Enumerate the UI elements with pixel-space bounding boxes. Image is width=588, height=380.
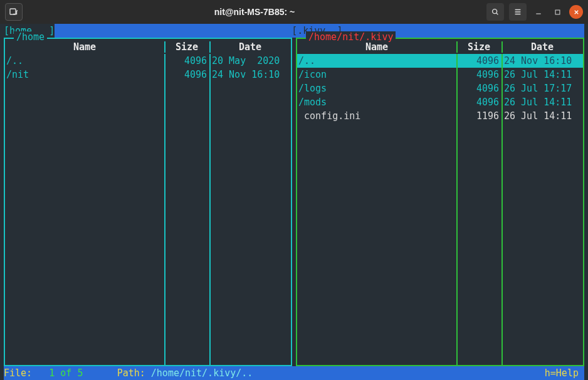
row-date: 26 Jul 14:11 (501, 97, 583, 108)
tab-left-bracket: [ (4, 24, 9, 38)
left-panel-rows: /..409620 May 2020/nit409624 Nov 16:10 (5, 54, 291, 365)
right-header-date: Date (501, 41, 583, 53)
terminal-area: [ home ] [ .kivy ] /home Name Size Date … (0, 24, 588, 380)
row-name: /.. (297, 55, 456, 66)
row-name: /nit (5, 69, 164, 80)
row-name: /.. (5, 55, 164, 66)
row-size: 1196 (456, 110, 501, 122)
status-file-label: File: (4, 366, 32, 380)
left-header-date: Date (209, 41, 291, 53)
file-row[interactable]: /mods409626 Jul 14:11 (297, 95, 583, 109)
row-size: 4096 (456, 55, 501, 66)
row-date: 26 Jul 17:17 (501, 83, 583, 94)
row-size: 4096 (164, 55, 209, 66)
left-header-name: Name (5, 41, 164, 53)
status-path-label: Path: (117, 366, 145, 380)
left-panel-header: Name Size Date (5, 40, 291, 54)
row-size: 4096 (456, 69, 501, 80)
row-date: 24 Nov 16:10 (209, 69, 291, 80)
file-row[interactable]: /..409624 Nov 16:10 (297, 54, 583, 68)
svg-rect-2 (555, 10, 560, 14)
minimize-button[interactable] (532, 5, 545, 19)
window-title: nit@nit-MS-7B85: ~ (28, 7, 481, 17)
row-size: 4096 (456, 83, 501, 94)
file-row[interactable]: /nit409624 Nov 16:10 (5, 68, 291, 82)
file-row[interactable]: /..409620 May 2020 (5, 54, 291, 68)
file-row[interactable]: /icon409626 Jul 14:11 (297, 68, 583, 82)
file-row[interactable]: /logs409626 Jul 17:17 (297, 82, 583, 95)
right-header-name: Name (297, 41, 456, 53)
maximize-button[interactable] (550, 5, 564, 19)
row-name: /icon (297, 69, 456, 80)
left-header-size: Size (164, 41, 209, 53)
hamburger-menu-button[interactable] (509, 3, 527, 21)
left-panel[interactable]: /home Name Size Date /..409620 May 2020/… (4, 38, 292, 366)
svg-point-1 (493, 9, 497, 14)
status-help[interactable]: h=Help (545, 366, 579, 380)
right-header-size: Size (456, 41, 501, 53)
tab-right-bracket: [ (291, 24, 297, 38)
row-name: /mods (297, 97, 456, 108)
new-tab-button[interactable] (5, 3, 23, 21)
right-panel-rows: /..409624 Nov 16:10/icon409626 Jul 14:11… (297, 54, 583, 365)
status-file-value: 1 of 5 (32, 366, 83, 380)
row-date: 24 Nov 16:10 (501, 55, 583, 66)
right-panel-header: Name Size Date (297, 40, 583, 54)
close-button[interactable] (569, 5, 583, 19)
status-line: File: 1 of 5 Path: /home/nit/.kivy/.. h=… (4, 366, 584, 380)
right-panel[interactable]: /home/nit/.kivy Name Size Date /..409624… (296, 38, 584, 366)
tab-strip-fill-left (55, 24, 291, 38)
file-row[interactable]: config.ini119626 Jul 14:11 (297, 109, 583, 123)
row-date: 20 May 2020 (209, 55, 291, 66)
status-path-value: /home/nit/.kivy/.. (145, 366, 253, 380)
tab-strip: [ home ] [ .kivy ] (4, 24, 584, 38)
window-titlebar: nit@nit-MS-7B85: ~ (0, 0, 588, 24)
search-button[interactable] (486, 3, 504, 21)
row-date: 26 Jul 14:11 (501, 110, 583, 122)
row-name: /logs (297, 83, 456, 94)
row-date: 26 Jul 14:11 (501, 69, 583, 80)
row-name: config.ini (297, 110, 456, 122)
row-size: 4096 (456, 97, 501, 108)
row-size: 4096 (164, 69, 209, 80)
svg-rect-0 (10, 9, 16, 14)
